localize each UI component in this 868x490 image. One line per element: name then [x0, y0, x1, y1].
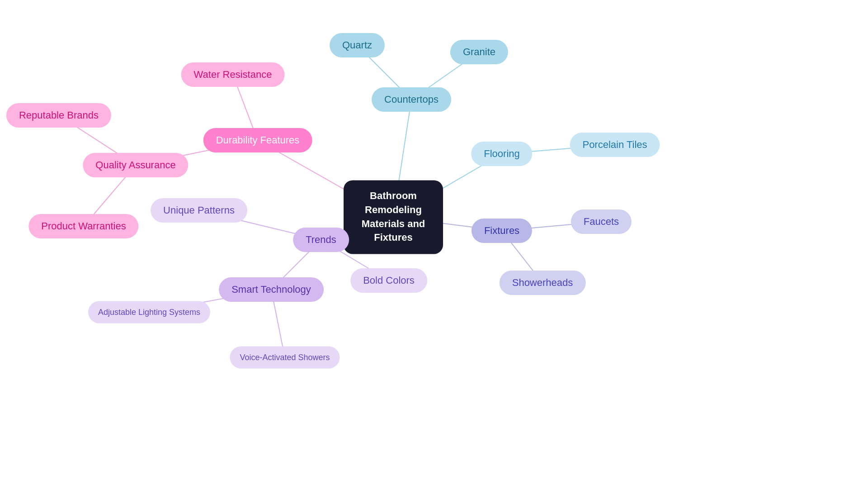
node-countertops: Countertops — [372, 87, 451, 112]
node-porcelain-tiles: Porcelain Tiles — [570, 133, 660, 157]
node-faucets: Faucets — [571, 209, 632, 234]
nodes-container: Bathroom Remodeling Materials and Fixtur… — [0, 0, 868, 490]
node-durability: Durability Features — [203, 128, 312, 152]
node-center: Bathroom Remodeling Materials and Fixtur… — [344, 180, 443, 254]
node-flooring: Flooring — [471, 142, 532, 166]
node-voice-activated: Voice-Activated Showers — [230, 347, 340, 369]
node-product-warranties: Product Warranties — [28, 214, 138, 238]
node-fixtures: Fixtures — [472, 219, 532, 243]
node-quality-assurance: Quality Assurance — [83, 153, 188, 177]
node-granite: Granite — [450, 40, 508, 64]
node-smart-technology: Smart Technology — [219, 277, 324, 302]
node-showerheads: Showerheads — [500, 271, 586, 295]
node-unique-patterns: Unique Patterns — [151, 198, 247, 223]
node-water-resistance: Water Resistance — [181, 62, 285, 87]
node-reputable-brands: Reputable Brands — [6, 103, 111, 128]
node-quartz: Quartz — [330, 33, 385, 57]
node-bold-colors: Bold Colors — [350, 268, 427, 293]
node-adjustable-lighting: Adjustable Lighting Systems — [88, 301, 210, 323]
node-trends: Trends — [293, 228, 349, 252]
